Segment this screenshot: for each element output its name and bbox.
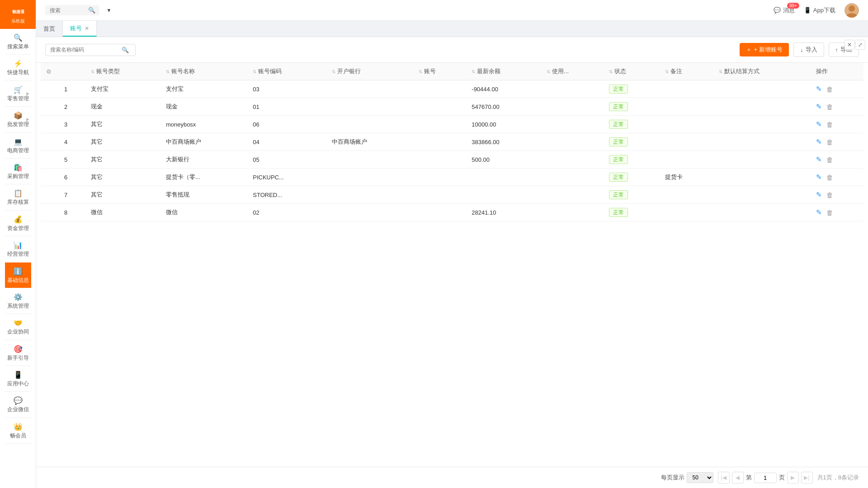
delete-button-6[interactable]: 🗑 <box>826 191 833 199</box>
sidebar-item-wholesale-mgmt[interactable]: 📦 批发管理 ▶ <box>5 107 31 132</box>
edit-button-0[interactable]: ✎ <box>816 85 822 93</box>
sidebar-item-enterprise-wechat[interactable]: 💬 企业微信 <box>5 392 31 418</box>
toolbar-right: ＋ + 新增账号 ↓ 导入 ↑ 导出 <box>740 42 859 57</box>
edit-button-3[interactable]: ✎ <box>816 138 822 146</box>
row-use-6 <box>541 186 603 204</box>
row-name-7: 微信 <box>160 204 247 221</box>
delete-button-5[interactable]: 🗑 <box>826 174 833 181</box>
account-column-header[interactable]: ⇅ 账号 <box>413 63 466 80</box>
edit-button-7[interactable]: ✎ <box>816 208 822 216</box>
sidebar-item-search-menu[interactable]: 🔍 搜索菜单 <box>5 29 31 55</box>
row-balance-5 <box>466 169 541 186</box>
accounts-table: ⚙ ⇅ 账号类型 ⇅ 账号名称 ⇅ 账号编码 ⇅ 开户银行 ⇅ 账号 ⇅ 最新余… <box>41 63 863 221</box>
delete-button-3[interactable]: 🗑 <box>826 138 833 146</box>
search-input[interactable] <box>50 47 118 53</box>
page-input[interactable] <box>754 473 777 483</box>
tab-home[interactable]: 首页 <box>36 21 63 37</box>
sidebar-item-vip-member[interactable]: 👑 畅会员 <box>5 418 31 444</box>
delete-button-4[interactable]: 🗑 <box>826 156 833 164</box>
row-code-5: PICKUPC... <box>247 169 326 186</box>
remark-column-header[interactable]: ⇅ 备注 <box>660 63 713 80</box>
row-settings-3 <box>41 133 59 151</box>
add-icon: ＋ <box>746 46 752 54</box>
sidebar-icon-basic-info: ℹ️ <box>14 267 23 276</box>
row-use-4 <box>541 151 603 169</box>
edit-button-6[interactable]: ✎ <box>816 191 822 199</box>
next-page-button[interactable]: ▶ <box>787 472 799 483</box>
sidebar-icon-ecommerce-mgmt: 💻 <box>14 137 23 146</box>
sidebar-item-purchase-mgmt[interactable]: 🛍️ 采购管理 <box>5 159 31 184</box>
search-box[interactable]: 🔍 <box>45 44 136 56</box>
first-page-button[interactable]: |◀ <box>718 472 730 483</box>
delete-button-7[interactable]: 🗑 <box>826 209 833 216</box>
add-account-button[interactable]: ＋ + 新增账号 <box>740 43 789 56</box>
balance-column-header[interactable]: ⇅ 最新余额 <box>466 63 541 80</box>
edit-button-1[interactable]: ✎ <box>816 103 822 111</box>
maximize-window-button[interactable]: ⤢ <box>855 40 865 50</box>
main-content: 🔍 ▼ 💬 消息 99+ 📱 App下载 <box>36 0 868 488</box>
prev-page-button[interactable]: ◀ <box>732 472 744 483</box>
delete-button-1[interactable]: 🗑 <box>826 103 833 111</box>
delete-button-0[interactable]: 🗑 <box>826 85 833 93</box>
per-page-dropdown[interactable]: 50 100 200 <box>687 472 713 483</box>
sidebar-item-app-center[interactable]: 📱 应用中心 <box>5 366 31 392</box>
last-page-button[interactable]: ▶| <box>801 472 813 483</box>
avatar[interactable] <box>844 3 859 18</box>
message-button[interactable]: 💬 消息 99+ <box>774 6 795 14</box>
row-settings-7 <box>41 204 59 221</box>
row-name-5: 提货卡（零... <box>160 169 247 186</box>
app-download-button[interactable]: 📱 App下载 <box>804 6 835 14</box>
sidebar-item-newcomer[interactable]: 🎯 新手引导 <box>5 340 31 366</box>
name-column-header[interactable]: ⇅ 账号名称 <box>160 63 247 80</box>
sidebar-item-biz-agreement[interactable]: 🤝 企业协同 <box>5 314 31 340</box>
tab-close-accounts[interactable]: ✕ <box>85 25 89 32</box>
sidebar-label-ops-mgmt: 经营管理 <box>7 251 29 257</box>
bank-column-header[interactable]: ⇅ 开户银行 <box>326 63 413 80</box>
row-account-1 <box>413 98 466 116</box>
row-name-4: 大新银行 <box>160 151 247 169</box>
status-column-header[interactable]: ⇅ 状态 <box>604 63 660 80</box>
row-type-6: 其它 <box>85 186 160 204</box>
sidebar-item-inventory[interactable]: 📋 库存核算 <box>5 184 31 210</box>
sidebar-item-finance-mgmt[interactable]: 💰 资金管理 <box>5 211 31 236</box>
type-column-header[interactable]: ⇅ 账号类型 <box>85 63 160 80</box>
sidebar-label-retail-mgmt: 零售管理 <box>7 95 29 102</box>
delete-button-2[interactable]: 🗑 <box>826 121 833 128</box>
import-button[interactable]: ↓ 导入 <box>793 42 824 57</box>
top-search-icon: 🔍 <box>88 7 95 14</box>
sidebar-item-ecommerce-mgmt[interactable]: 💻 电商管理 <box>5 133 31 159</box>
row-status-2: 正常 <box>604 116 660 133</box>
row-action-3: ✎ 🗑 <box>811 133 863 151</box>
gear-icon[interactable]: ⚙ <box>46 68 52 75</box>
use-column-header[interactable]: ⇅ 使用... <box>541 63 603 80</box>
code-column-header[interactable]: ⇅ 账号编码 <box>247 63 326 80</box>
row-bank-0 <box>326 80 413 98</box>
sidebar-item-quick-nav[interactable]: ⚡ 快捷导航 <box>5 55 31 80</box>
row-action-2: ✎ 🗑 <box>811 116 863 133</box>
sidebar-label-basic-info: 基础信息 <box>7 277 29 283</box>
row-account-5 <box>413 169 466 186</box>
tab-accounts[interactable]: 账号✕ <box>63 21 97 37</box>
edit-button-4[interactable]: ✎ <box>816 155 822 164</box>
settings-column-header[interactable]: ⚙ <box>41 63 59 80</box>
top-search-area[interactable]: 🔍 <box>45 5 99 15</box>
sidebar-label-quick-nav: 快捷导航 <box>7 69 29 75</box>
dropdown-button[interactable]: ▼ <box>106 7 112 14</box>
tab-bar: 首页账号✕ <box>36 21 868 37</box>
sidebar-icon-purchase-mgmt: 🛍️ <box>14 163 23 172</box>
sidebar-item-retail-mgmt[interactable]: 🛒 零售管理 ▶ <box>5 81 31 107</box>
default-settle-column-header[interactable]: ⇅ 默认结算方式 <box>713 63 811 80</box>
sidebar-item-sys-mgmt[interactable]: ⚙️ 系统管理 <box>5 288 31 314</box>
edit-button-5[interactable]: ✎ <box>816 173 822 181</box>
row-action-5: ✎ 🗑 <box>811 169 863 186</box>
sidebar-item-ops-mgmt[interactable]: 📊 经营管理 <box>5 236 31 262</box>
row-type-7: 微信 <box>85 204 160 221</box>
top-search-input[interactable] <box>50 7 86 14</box>
edit-button-2[interactable]: ✎ <box>816 120 822 128</box>
row-use-7 <box>541 204 603 221</box>
sidebar-label-biz-agreement: 企业协同 <box>7 328 29 335</box>
row-action-1: ✎ 🗑 <box>811 98 863 116</box>
sidebar-item-basic-info[interactable]: ℹ️ 基础信息 <box>5 263 31 288</box>
close-window-button[interactable]: ✕ <box>844 40 854 50</box>
row-default-settle-7 <box>713 204 811 221</box>
